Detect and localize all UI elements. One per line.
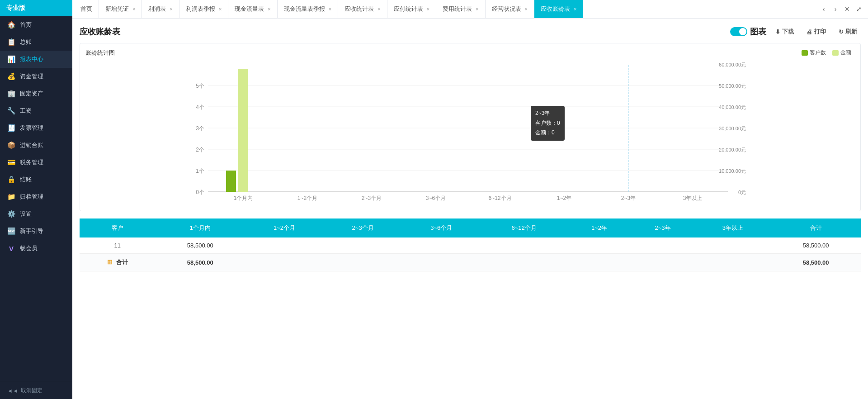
close-tab-profit-quarter[interactable]: ×: [219, 6, 222, 12]
total-m1: 58,500.00: [155, 254, 245, 271]
sidebar-item-label: 税务管理: [20, 158, 43, 166]
tab-next-button[interactable]: ›: [830, 4, 841, 14]
sidebar-item-archive[interactable]: 📁 归档管理: [0, 188, 72, 205]
main-content: 首页 新增凭证 × 利润表 × 利润表季报 × 现金流量表 × 现金流量表季报 …: [72, 0, 868, 399]
tab-bar: 首页 新增凭证 × 利润表 × 利润表季报 × 现金流量表 × 现金流量表季报 …: [72, 0, 868, 19]
svg-text:3年以上: 3年以上: [683, 195, 703, 201]
svg-text:4个: 4个: [196, 104, 204, 110]
tab-voucher[interactable]: 新增凭证 ×: [99, 0, 142, 18]
sidebar-item-label: 报表中心: [20, 55, 43, 63]
svg-text:1~2年: 1~2年: [557, 195, 571, 201]
refresh-label: 刷新: [845, 28, 857, 36]
svg-text:60,000.00元: 60,000.00元: [719, 62, 746, 67]
sidebar-item-invoice[interactable]: 🧾 发票管理: [0, 119, 72, 137]
close-tab-voucher[interactable]: ×: [132, 6, 135, 12]
cell-y2: [567, 238, 631, 254]
print-button[interactable]: 🖨 打印: [803, 26, 830, 38]
tab-ar-aging[interactable]: 应收账龄表 ×: [534, 0, 583, 18]
svg-text:0元: 0元: [738, 190, 746, 195]
tab-prev-button[interactable]: ‹: [818, 4, 829, 14]
svg-text:5个: 5个: [196, 83, 204, 89]
aging-table: 客户 1个月内 1~2个月 2~3个月 3~6个月 6~12个月 1~2年 2~…: [80, 218, 861, 271]
tab-home[interactable]: 首页: [74, 0, 99, 18]
tab-ar-stat-label: 应收统计表: [344, 5, 374, 13]
close-tab-ar-stat[interactable]: ×: [377, 6, 380, 12]
tab-cashflow-quarter-label: 现金流量表季报: [284, 5, 325, 13]
tab-profit[interactable]: 利润表 ×: [142, 0, 179, 18]
total-y2: [567, 254, 631, 271]
sidebar-item-salary[interactable]: 🔧 工资: [0, 102, 72, 119]
sidebar-item-vip[interactable]: V 畅会员: [0, 240, 72, 257]
invoice-icon: 🧾: [7, 124, 15, 132]
print-icon: 🖨: [807, 28, 812, 35]
th-m2: 1~2个月: [245, 218, 324, 238]
sidebar-item-guide[interactable]: 🆕 新手引导: [0, 223, 72, 240]
refresh-button[interactable]: ↻ 刷新: [835, 26, 861, 38]
legend-customers-color: [802, 50, 808, 56]
tab-close-all-button[interactable]: ✕: [842, 4, 853, 14]
sidebar-item-close[interactable]: 🔒 结账: [0, 171, 72, 188]
total-m2: [245, 254, 324, 271]
toggle-track[interactable]: [730, 27, 747, 36]
chart-legend: 客户数 金额: [802, 49, 851, 57]
total-y3plus: [694, 254, 771, 271]
close-tab-cashflow-quarter[interactable]: ×: [329, 6, 331, 12]
svg-text:3~6个月: 3~6个月: [426, 195, 446, 201]
salary-icon: 🔧: [7, 107, 15, 115]
table-row: 11 58,500.00 58,500.00: [80, 238, 861, 254]
sidebar-item-label: 归档管理: [20, 193, 43, 201]
sidebar-item-label: 固定资产: [20, 90, 43, 98]
close-tab-profit[interactable]: ×: [170, 6, 172, 12]
tab-profit-quarter[interactable]: 利润表季报 ×: [179, 0, 228, 18]
sidebar-item-home[interactable]: 🏠 首页: [0, 16, 72, 33]
asset-icon: 🏢: [7, 90, 15, 98]
sidebar-item-asset[interactable]: 🏢 固定资产: [0, 85, 72, 102]
page-header: 应收账龄表 图表 ⬇ 下载 🖨 打印 ↻ 刷新: [80, 26, 861, 38]
tab-expense-stat[interactable]: 费用统计表 ×: [436, 0, 485, 18]
th-total: 合计: [771, 218, 861, 238]
sidebar-item-label: 工资: [20, 107, 32, 115]
close-tab-biz-status[interactable]: ×: [525, 6, 528, 12]
cell-total: 58,500.00: [771, 238, 861, 254]
sidebar-item-settings[interactable]: ⚙️ 设置: [0, 205, 72, 223]
sidebar-item-report[interactable]: 📊 报表中心: [0, 51, 72, 68]
unpin-label: 取消固定: [21, 387, 42, 394]
sidebar-item-finance[interactable]: 💰 资金管理: [0, 68, 72, 85]
th-y3plus: 3年以上: [694, 218, 771, 238]
cell-m3: [324, 238, 402, 254]
download-button[interactable]: ⬇ 下载: [772, 26, 797, 38]
archive-icon: 📁: [7, 193, 15, 201]
table-total-row: ⊞ 合计 58,500.00 58,500.00: [80, 254, 861, 271]
close-tab-ap-stat[interactable]: ×: [427, 6, 429, 12]
cell-y3plus: [694, 238, 771, 254]
tab-cashflow[interactable]: 现金流量表 ×: [228, 0, 277, 18]
close-tab-expense-stat[interactable]: ×: [476, 6, 478, 12]
tab-profit-label: 利润表: [148, 5, 166, 13]
tab-ar-stat[interactable]: 应收统计表 ×: [338, 0, 387, 18]
chart-area: 账龄统计图 客户数 金额 0个 1个 2个 3个: [80, 43, 861, 211]
th-y3: 2~3年: [631, 218, 695, 238]
legend-customers-label: 客户数: [810, 49, 826, 57]
total-total: 58,500.00: [771, 254, 861, 271]
unpin-sidebar-button[interactable]: ◄◄ 取消固定: [0, 382, 72, 399]
sidebar-item-sales[interactable]: 📦 进销台账: [0, 137, 72, 154]
close-accounts-icon: 🔒: [7, 176, 15, 184]
tab-ap-stat[interactable]: 应付统计表 ×: [387, 0, 436, 18]
sidebar-item-label: 首页: [20, 21, 32, 29]
close-tab-ar-aging[interactable]: ×: [574, 6, 576, 12]
sidebar-item-label: 新手引导: [20, 227, 43, 235]
page-title: 应收账龄表: [80, 26, 120, 37]
sidebar-item-ledger[interactable]: 📋 总账: [0, 33, 72, 51]
tab-cashflow-quarter[interactable]: 现金流量表季报 ×: [278, 0, 338, 18]
chart-toggle[interactable]: 图表: [730, 26, 766, 37]
svg-text:30,000.00元: 30,000.00元: [719, 126, 746, 131]
tab-expand-button[interactable]: ⤢: [854, 4, 864, 14]
close-tab-cashflow[interactable]: ×: [268, 6, 270, 12]
tab-biz-status-label: 经营状况表: [492, 5, 521, 13]
svg-text:10,000.00元: 10,000.00元: [719, 168, 746, 174]
sidebar-item-label: 总账: [20, 38, 32, 46]
vip-icon: V: [7, 245, 15, 252]
tab-biz-status[interactable]: 经营状况表 ×: [486, 0, 534, 18]
sidebar-item-tax[interactable]: 💳 税务管理: [0, 154, 72, 171]
svg-text:6~12个月: 6~12个月: [488, 195, 511, 201]
